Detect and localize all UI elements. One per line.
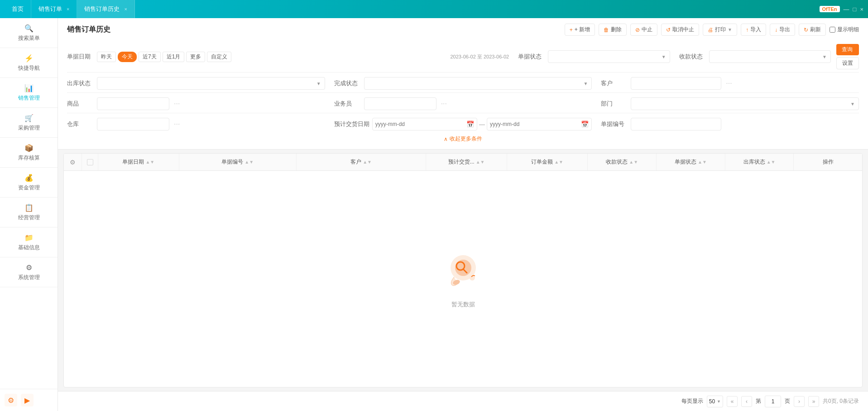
customer-ellipsis[interactable]: ··· — [724, 79, 734, 87]
sidebar-item-quick-nav[interactable]: ⚡ 快捷导航 — [0, 48, 58, 78]
page-header: 销售订单历史 + + 新增 🗑 删除 ⊘ 中止 ↺ — [58, 18, 868, 150]
th-amount[interactable]: 订单金额 ▲▼ — [507, 154, 588, 170]
prev-page-icon: ‹ — [746, 398, 748, 405]
table-container: ⚙ 单据日期 ▲▼ 单据编号 ▲▼ 客户 ▲▼ 预计交货. — [63, 153, 863, 387]
sidebar-item-sys-mgmt[interactable]: ⚙ 系统管理 — [0, 257, 58, 287]
topbar-restore[interactable]: □ — [853, 6, 857, 13]
date-btn-custom[interactable]: 自定义 — [207, 52, 231, 62]
doc-no-input[interactable] — [631, 118, 721, 131]
date-btn-more[interactable]: 更多 — [186, 52, 205, 62]
sidebar-settings-btn[interactable]: ⚙ — [5, 394, 17, 406]
expected-delivery-to-input[interactable] — [490, 121, 580, 127]
settings-button[interactable]: 设置 — [836, 57, 859, 69]
sidebar-item-basic-info[interactable]: 📁 基础信息 — [0, 227, 58, 257]
doc-date-label: 单据日期 — [67, 53, 94, 61]
th-stock-status-label: 出库状态 — [743, 158, 765, 166]
th-pay-status[interactable]: 收款状态 ▲▼ — [588, 154, 657, 170]
date-btn-1month[interactable]: 近1月 — [163, 52, 185, 62]
sidebar-item-sales-mgmt[interactable]: 📊 销售管理 — [0, 78, 58, 108]
payment-status-select[interactable]: ▼ — [709, 50, 831, 63]
customer-input[interactable] — [631, 77, 721, 90]
th-doc-date[interactable]: 单据日期 ▲▼ — [98, 154, 179, 170]
cal-icon-from[interactable]: 📅 — [466, 121, 474, 128]
stock-status-label: 出库状态 — [67, 79, 94, 87]
tab-sales-order-history[interactable]: 销售订单历史 × — [77, 0, 134, 18]
tab-home[interactable]: 首页 — [5, 0, 31, 18]
salesperson-ellipsis[interactable]: ··· — [439, 100, 449, 108]
th-doc-status-label: 单据状态 — [675, 158, 696, 166]
page-label: 第 — [756, 397, 761, 405]
sales-mgmt-icon: 📊 — [24, 83, 34, 92]
th-doc-no[interactable]: 单据编号 ▲▼ — [179, 154, 297, 170]
th-doc-status[interactable]: 单据状态 ▲▼ — [657, 154, 725, 170]
collapse-row[interactable]: ∧ 收起更多条件 — [67, 133, 859, 145]
goods-input[interactable] — [97, 97, 169, 110]
import-button[interactable]: ↑ 导入 — [741, 24, 766, 36]
stock-status-select[interactable]: ▼ — [97, 77, 325, 90]
tab-sales-order-history-close[interactable]: × — [124, 6, 127, 12]
warehouse-input[interactable] — [97, 118, 169, 131]
salesperson-input[interactable] — [364, 97, 436, 110]
search-menu-icon: 🔍 — [24, 24, 34, 33]
sidebar-item-quick-nav-label: 快捷导航 — [18, 64, 40, 72]
settings-label: 设置 — [842, 59, 853, 67]
first-page-button[interactable]: « — [727, 396, 738, 407]
goods-ellipsis[interactable]: ··· — [172, 100, 182, 108]
sort-icon-doc-no: ▲▼ — [245, 160, 254, 164]
print-button[interactable]: 🖨 打印 ▼ — [703, 24, 737, 36]
filter-divider-1 — [67, 72, 859, 73]
quick-nav-icon: ⚡ — [24, 53, 34, 63]
cal-icon-to[interactable]: 📅 — [581, 121, 589, 128]
next-page-button[interactable]: › — [794, 396, 805, 407]
date-btn-7days[interactable]: 近7天 — [139, 52, 161, 62]
th-stock-status[interactable]: 出库状态 ▲▼ — [725, 154, 794, 170]
payment-status-dropdown-icon: ▼ — [822, 54, 827, 59]
delete-button[interactable]: 🗑 删除 — [599, 24, 627, 36]
doc-status-select[interactable]: ▼ — [548, 50, 670, 63]
sidebar-item-operations[interactable]: 📋 经营管理 — [0, 198, 58, 227]
th-customer[interactable]: 客户 ▲▼ — [297, 154, 426, 170]
topbar-close[interactable]: × — [860, 6, 863, 13]
sidebar-item-finance[interactable]: 💰 资金管理 — [0, 168, 58, 198]
show-detail-checkbox-label[interactable]: 显示明细 — [830, 26, 859, 34]
sidebar-item-inventory[interactable]: 📦 库存核算 — [0, 138, 58, 168]
date-btn-today[interactable]: 今天 — [118, 52, 137, 62]
top-bar: 首页 销售订单 × 销售订单历史 × OfTEn — □ × — [0, 0, 868, 18]
warehouse-label: 仓库 — [67, 120, 94, 128]
empty-state: 暂无数据 — [64, 171, 862, 387]
collapse-icon: ∧ — [444, 136, 448, 142]
last-page-button[interactable]: » — [808, 396, 819, 407]
th-doc-date-label: 单据日期 — [122, 158, 144, 166]
topbar-minimize[interactable]: — — [844, 6, 849, 13]
tab-sales-order-close[interactable]: × — [67, 6, 69, 12]
cancel-stop-button[interactable]: ↺ 取消中止 — [661, 24, 699, 36]
date-btn-yesterday[interactable]: 昨天 — [97, 52, 116, 62]
export-button[interactable]: ↓ 导出 — [770, 24, 795, 36]
refresh-button[interactable]: ↻ 刷新 — [799, 24, 826, 36]
filter-salesperson: 业务员 ··· — [334, 97, 592, 110]
select-all-checkbox[interactable] — [87, 159, 93, 165]
sidebar-item-search-menu[interactable]: 🔍 搜索菜单 — [0, 18, 58, 48]
show-detail-checkbox[interactable] — [830, 27, 835, 33]
expected-delivery-from-input[interactable] — [375, 121, 465, 127]
th-delivery[interactable]: 预计交货... ▲▼ — [426, 154, 507, 170]
sidebar-item-purchase-mgmt[interactable]: 🛒 采购管理 — [0, 108, 58, 138]
dept-select[interactable]: ▼ — [631, 97, 859, 110]
query-button[interactable]: 查询 — [836, 44, 859, 55]
prev-page-button[interactable]: ‹ — [741, 396, 752, 407]
current-page-input[interactable] — [765, 396, 781, 407]
th-settings[interactable]: ⚙ — [64, 154, 82, 170]
delete-label: 删除 — [611, 26, 622, 34]
complete-status-select[interactable]: ▼ — [364, 77, 592, 90]
tab-sales-order[interactable]: 销售订单 × — [31, 0, 77, 18]
sidebar-expand-btn[interactable]: ▶ — [21, 394, 34, 406]
filter-stock-status: 出库状态 ▼ — [67, 77, 325, 90]
th-checkbox[interactable] — [82, 154, 98, 170]
import-icon: ↑ — [746, 27, 748, 33]
stop-button[interactable]: ⊘ 中止 — [630, 24, 657, 36]
new-button[interactable]: + + 新增 — [565, 24, 595, 36]
table-settings-icon[interactable]: ⚙ — [70, 159, 76, 166]
warehouse-ellipsis[interactable]: ··· — [172, 120, 182, 128]
often-badge: OfTEn — [820, 6, 840, 12]
page-size-select[interactable]: 50 ▼ — [707, 396, 723, 407]
